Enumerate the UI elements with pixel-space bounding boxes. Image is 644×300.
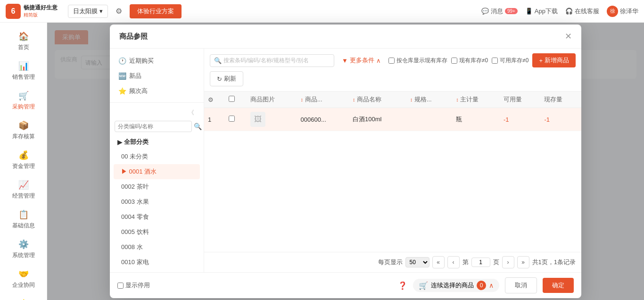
th-image: 商品图片 — [247, 92, 297, 108]
collapse-up-icon[interactable]: ∧ — [489, 282, 494, 289]
sort-icon: ↕ — [410, 97, 413, 102]
cart-section: 🛒 连续选择的商品 0 ∧ — [413, 279, 499, 292]
collab-icon: 🤝 — [18, 269, 29, 279]
sidebar-item-label: 经营管理 — [12, 192, 35, 200]
sidebar-item-label: 库存核算 — [12, 133, 35, 141]
category-search-input[interactable] — [115, 121, 192, 132]
cancel-button[interactable]: 取消 — [505, 277, 537, 293]
checkbox-available-nonzero-input[interactable] — [492, 58, 498, 64]
th-unit[interactable]: ↕ 主计量 — [452, 92, 500, 108]
select-all-checkbox[interactable] — [229, 96, 235, 102]
td-stock: -1 — [540, 108, 581, 131]
sidebar-item-inventory[interactable]: 📦 库存核算 — [0, 116, 47, 145]
show-disabled-checkbox[interactable]: 显示停用 — [117, 281, 150, 290]
messages-item[interactable]: 💬 消息 99+ — [481, 7, 518, 16]
category-item-fruit[interactable]: 0003 水果 — [114, 194, 200, 209]
last-page-button[interactable]: » — [517, 256, 529, 268]
category-item-appliances[interactable]: 0010 家电 — [114, 255, 200, 267]
sidebar-item-finance[interactable]: 💰 资金管理 — [0, 145, 47, 175]
modal-footer: 显示停用 ❓ 🛒 连续选择的商品 0 ∧ 取消 确定 — [110, 272, 581, 298]
prev-page-button[interactable]: ‹ — [447, 256, 460, 268]
checkbox-available-nonzero[interactable]: 可用库存≠0 — [492, 57, 528, 65]
modal-body: 🕐 近期购买 🆕 新品 ⭐ 频次高 — [110, 49, 581, 272]
category-item-snacks[interactable]: 0004 零食 — [114, 209, 200, 225]
sidebar-item-label: 系统管理 — [12, 251, 35, 259]
confirm-button[interactable]: 确定 — [543, 278, 574, 293]
checkbox-warehouse[interactable]: 按仓库显示现有库存 — [388, 57, 447, 65]
category-item-water[interactable]: 0008 水 — [114, 240, 200, 255]
category-section: ▶ 全部分类 00 未分类 ▶ 0001 酒水 0002 茶叶 0003 水果 … — [110, 135, 204, 267]
operation-icon: 📈 — [18, 180, 29, 190]
trial-button[interactable]: 体验行业方案 — [130, 4, 182, 18]
th-code[interactable]: ↕ 商品... — [297, 92, 349, 108]
category-item-tea[interactable]: 0002 茶叶 — [114, 179, 200, 194]
show-disabled-input[interactable] — [117, 283, 124, 289]
row-checkbox[interactable] — [229, 116, 235, 122]
logo-text: 畅捷通好生意 精简版 — [24, 4, 58, 18]
per-page-select[interactable]: 50 100 — [405, 257, 429, 267]
category-item-drinks[interactable]: 0005 饮料 — [114, 225, 200, 240]
collapse-panel-button[interactable]: 《 — [186, 107, 196, 119]
top-nav: 6 畅捷通好生意 精简版 日太阳膜 ▾ ⚙ 体验行业方案 💬 消息 99+ 📱 … — [0, 0, 644, 23]
filter-button[interactable]: ▼ 更多条件 ∧ — [338, 54, 385, 67]
checkbox-stock-nonzero[interactable]: 现有库存≠0 — [451, 57, 488, 65]
page-number-input[interactable] — [471, 258, 490, 267]
online-service-item[interactable]: 🎧 在线客服 — [565, 7, 599, 16]
logo-area: 6 畅捷通好生意 精简版 — [6, 4, 62, 19]
sidebar-item-collab[interactable]: 🤝 企业协同 — [0, 264, 47, 294]
category-item-uncategorized[interactable]: 00 未分类 — [114, 149, 200, 164]
refresh-button[interactable]: ↻ 刷新 — [210, 71, 243, 86]
app-download-item[interactable]: 📱 App下载 — [525, 7, 558, 16]
left-tab-frequent[interactable]: ⭐ 频次高 — [114, 83, 200, 99]
page-label: 第 — [462, 258, 469, 267]
sidebar-item-operation[interactable]: 📈 经营管理 — [0, 175, 47, 205]
footer-right: ❓ 🛒 连续选择的商品 0 ∧ 取消 确定 — [398, 277, 574, 293]
sidebar-item-sales[interactable]: 📊 销售管理 — [0, 56, 47, 86]
user-item[interactable]: 徐 徐泽华 — [607, 6, 638, 17]
table-row[interactable]: 1 🖼 000600... 白酒100ml 瓶 — [204, 108, 581, 131]
left-tab-label: 新品 — [129, 72, 141, 80]
add-product-button[interactable]: + 新增商品 — [532, 53, 576, 67]
left-tab-new[interactable]: 🆕 新品 — [114, 68, 200, 83]
th-name[interactable]: ↕ 商品名称 — [349, 92, 406, 108]
sidebar-item-guide[interactable]: 🌟 新手引导 — [0, 294, 47, 300]
category-search-icon[interactable]: 🔍 — [194, 123, 202, 130]
modal-overlay: 商品参照 ✕ 🕐 近期购买 🆕 — [47, 23, 644, 300]
th-checkbox[interactable] — [225, 92, 247, 108]
modal-title: 商品参照 — [119, 32, 148, 41]
search-icon: 🔍 — [214, 57, 222, 64]
product-table: ⚙ 商品图片 ↕ 商品... ↕ 商品名称 — [204, 92, 581, 131]
sidebar-item-system[interactable]: ⚙️ 系统管理 — [0, 234, 47, 264]
help-icon[interactable]: ❓ — [398, 281, 407, 290]
left-tab-recent[interactable]: 🕐 近期购买 — [114, 53, 200, 68]
modal-close-button[interactable]: ✕ — [565, 31, 572, 42]
left-panel-tabs: 🕐 近期购买 🆕 新品 ⭐ 频次高 — [110, 53, 204, 99]
td-image: 🖼 — [247, 108, 297, 131]
td-checkbox[interactable] — [225, 108, 247, 131]
td-code: 000600... — [297, 108, 349, 131]
sidebar-item-label: 销售管理 — [12, 73, 35, 81]
message-badge: 99+ — [505, 8, 518, 14]
sidebar-item-label: 采购管理 — [12, 103, 35, 111]
product-search-bar[interactable]: 🔍 搜索条码/编码/名称/规格型号/别名 — [210, 54, 334, 67]
next-page-button[interactable]: › — [502, 256, 514, 268]
th-spec[interactable]: ↕ 规格... — [406, 92, 452, 108]
checkbox-warehouse-input[interactable] — [388, 58, 395, 64]
sidebar-item-label: 基础信息 — [12, 222, 35, 230]
category-item-liquor[interactable]: ▶ 0001 酒水 — [114, 164, 200, 179]
checkbox-stock-nonzero-input[interactable] — [451, 58, 457, 64]
star-icon: ⭐ — [118, 87, 126, 95]
settings-icon[interactable]: ⚙ — [116, 7, 122, 16]
modal-dialog: 商品参照 ✕ 🕐 近期购买 🆕 — [110, 25, 581, 298]
sidebar-item-purchase[interactable]: 🛒 采购管理 — [0, 86, 47, 116]
category-all[interactable]: ▶ 全部分类 — [114, 135, 200, 149]
sidebar-item-basic[interactable]: 📋 基础信息 — [0, 205, 47, 234]
td-unit: 瓶 — [452, 108, 500, 131]
first-page-button[interactable]: « — [432, 256, 445, 268]
th-settings[interactable]: ⚙ — [204, 92, 225, 108]
th-available: 可用量 — [500, 92, 540, 108]
nav-right: 💬 消息 99+ 📱 App下载 🎧 在线客服 徐 徐泽华 — [481, 6, 638, 17]
td-name: 白酒100ml — [349, 108, 406, 131]
nav-dropdown[interactable]: 日太阳膜 ▾ — [68, 5, 108, 18]
sidebar-item-home[interactable]: 🏠 首页 — [0, 26, 47, 56]
